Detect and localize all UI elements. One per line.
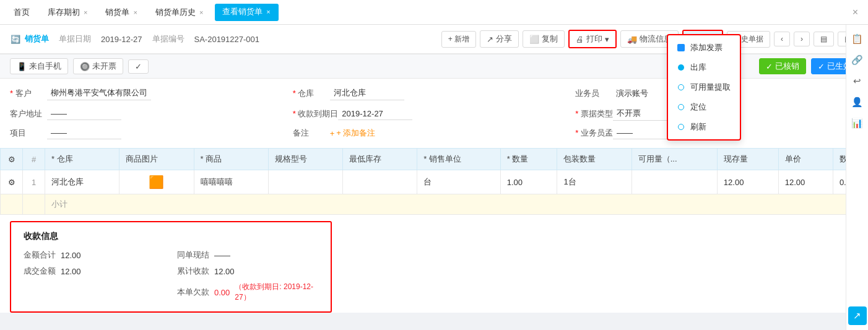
col-header-product: * 商品 xyxy=(194,149,268,170)
cumulative-row: 累计收款 12.00 xyxy=(177,266,318,277)
col-header-available: 可用量（... xyxy=(631,149,717,170)
subtotal-label: 小计 xyxy=(45,194,868,215)
row-spec xyxy=(268,170,342,194)
from-phone-button[interactable]: 📱 来自手机 xyxy=(10,58,68,74)
add-note-button[interactable]: + + 添加备注 xyxy=(330,128,376,139)
view1-button[interactable]: ▤ xyxy=(814,32,834,46)
not-open-button[interactable]: 🔘 未开票 xyxy=(73,58,123,74)
project-value[interactable]: —— xyxy=(47,127,121,139)
prev-button[interactable]: ‹ xyxy=(774,32,790,46)
dropdown-add-invoice[interactable]: 添加发票 xyxy=(668,38,740,58)
same-order-row: 同单现结 —— xyxy=(177,250,318,261)
available-qty-icon xyxy=(677,83,685,92)
transaction-value: 12.00 xyxy=(61,267,81,276)
col-header-pack-qty: 包装数量 xyxy=(557,149,631,170)
print-icon: 🖨 xyxy=(576,35,584,44)
tab-close-sales[interactable]: × xyxy=(133,9,137,16)
row-available xyxy=(631,170,717,194)
subtotal-num xyxy=(23,194,45,215)
col-header-min-stock: 最低库存 xyxy=(343,149,417,170)
salesperson-value: 演示账号 xyxy=(612,87,652,100)
check-circle-icon: ✓ xyxy=(766,62,773,71)
payment-date-value[interactable]: 2019-12-27 xyxy=(338,108,412,120)
customer-field: 客户 柳州粤港平安气体有限公司 xyxy=(10,86,293,100)
ticket-type-label: 票据类型 xyxy=(575,108,613,119)
arrears-row: 本单欠款 0.00 （收款到期日: 2019-12-27） xyxy=(177,282,318,303)
row-stock: 12.00 xyxy=(717,170,778,194)
address-label: 客户地址 xyxy=(10,108,47,119)
col-header-product-img: 商品图片 xyxy=(119,149,194,170)
doc-actions: + 新增 ↗ 分享 ⬜ 复制 🖨 打印 ▾ 🚚 物流信息 xyxy=(441,30,858,48)
row-unit: 台 xyxy=(417,170,501,194)
tab-close-inventory[interactable]: × xyxy=(84,9,87,16)
total-amount-label: 金额合计 xyxy=(24,250,56,261)
dropdown-available-qty[interactable]: 可用量提取 xyxy=(668,77,740,97)
table-header-row: ⚙ # * 仓库 商品图片 * 商品 规格型号 最低库存 * 销售单位 * 数量… xyxy=(1,149,868,170)
tab-close-sales-history[interactable]: × xyxy=(199,9,203,16)
doc-title: 🔄 销货单 xyxy=(10,33,49,45)
col-header-unit: * 销售单位 xyxy=(417,149,501,170)
dropdown-refresh[interactable]: 刷新 xyxy=(668,117,740,137)
print-button[interactable]: 🖨 打印 ▾ xyxy=(570,31,615,47)
cancelled-button[interactable]: ✓ 已核销 xyxy=(759,58,806,74)
subtotal-row: 小计 xyxy=(1,194,868,215)
col-header-num: # xyxy=(23,149,45,170)
project-label: 项目 xyxy=(10,128,47,139)
row-gear[interactable]: ⚙ xyxy=(1,170,23,194)
summary-panel: 收款信息 金额合计 12.00 同单现结 —— 成交金额 12.00 累计收款 … xyxy=(10,221,332,313)
new-button[interactable]: + 新增 xyxy=(441,31,476,48)
add-invoice-icon xyxy=(677,43,685,52)
col-header-warehouse: * 仓库 xyxy=(45,149,119,170)
tab-inventory[interactable]: 库存期初 × xyxy=(39,0,97,24)
sidebar-return-icon[interactable]: ↩ xyxy=(848,72,867,90)
sales-order-icon: 🔄 xyxy=(10,33,21,45)
tab-sales-history[interactable]: 销货单历史 × xyxy=(147,0,212,24)
tab-bar-close-button[interactable]: × xyxy=(848,7,863,18)
arrears-note: （收款到期日: 2019-12-27） xyxy=(235,282,318,303)
sidebar-user-icon[interactable]: 👤 xyxy=(848,93,867,111)
sidebar-doc-icon[interactable]: 📋 xyxy=(848,30,867,48)
tab-home[interactable]: 首页 xyxy=(5,0,39,24)
arrears-label: 本单欠款 xyxy=(177,287,209,298)
tab-view-sales[interactable]: 查看销货单 × xyxy=(215,4,278,21)
warehouse-label: 仓库 xyxy=(293,88,330,99)
col-header-price: 单价 xyxy=(778,149,833,170)
tab-sales[interactable]: 销货单 × xyxy=(97,0,146,24)
payment-date-field: 收款到期日 2019-12-27 xyxy=(293,108,576,120)
outbound-icon xyxy=(677,63,685,72)
cumulative-label: 累计收款 xyxy=(177,266,209,277)
col-header-gear: ⚙ xyxy=(1,149,23,170)
sidebar-link-icon[interactable]: 🔗 xyxy=(848,51,867,69)
sidebar-expand-icon[interactable]: ↗ xyxy=(848,306,867,319)
warehouse-value[interactable]: 河北仓库 xyxy=(330,86,404,100)
sidebar-chart-icon[interactable]: 📊 xyxy=(848,114,867,132)
refresh-icon xyxy=(677,123,685,131)
address-value[interactable]: —— xyxy=(47,108,121,120)
total-amount-row: 金额合计 12.00 xyxy=(24,250,165,261)
same-order-value: —— xyxy=(214,251,230,260)
warehouse-field: 仓库 河北仓库 xyxy=(293,86,576,100)
operations-dropdown: 添加发票 出库 可用量提取 定位 刷新 xyxy=(667,34,741,141)
row-product: 嘻嘻嘻嘻 xyxy=(194,170,268,194)
share-button[interactable]: ↗ 分享 xyxy=(480,30,519,48)
total-amount-value: 12.00 xyxy=(61,251,81,260)
payment-date-label: 收款到期日 xyxy=(293,108,339,119)
dropdown-locate[interactable]: 定位 xyxy=(668,97,740,117)
next-button[interactable]: › xyxy=(794,32,810,46)
tab-close-view-sales[interactable]: × xyxy=(266,8,270,15)
cumulative-value: 12.00 xyxy=(214,267,235,276)
check-button[interactable]: ✓ xyxy=(128,59,149,74)
transaction-label: 成交金额 xyxy=(24,266,56,277)
salesperson2-label: 业务员孟 xyxy=(575,128,613,139)
customer-value[interactable]: 柳州粤港平安气体有限公司 xyxy=(47,86,151,100)
plus-icon: + xyxy=(330,129,335,138)
row-product-img: 🟧 xyxy=(119,170,194,194)
col-header-qty: * 数量 xyxy=(500,149,557,170)
row-warehouse: 河北仓库 xyxy=(45,170,119,194)
note-label: 备注 xyxy=(293,128,330,139)
transaction-row: 成交金额 12.00 xyxy=(24,266,165,277)
salesperson-label: 业务员 xyxy=(575,88,612,99)
subtotal-gear xyxy=(1,194,23,215)
copy-button[interactable]: ⬜ 复制 xyxy=(523,30,565,48)
dropdown-outbound[interactable]: 出库 xyxy=(668,58,740,77)
